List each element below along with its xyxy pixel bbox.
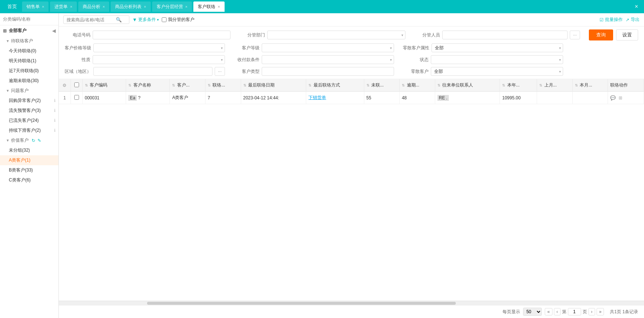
problem-customers-group[interactable]: ▼ 问题客户 [0, 86, 58, 96]
filter-manager-dots-btn[interactable]: ··· [570, 31, 580, 39]
sidebar-item-churn-warning[interactable]: 流失预警客户(3) ℹ [0, 106, 58, 116]
sidebar-item-class-c[interactable]: C类客户(6) [0, 175, 58, 185]
filter-more-btn[interactable]: ▼ 更多条件 ▾ [132, 17, 159, 23]
export-btn[interactable]: ↗ 导出 [626, 17, 640, 23]
edit-icon[interactable]: ✎ [37, 138, 41, 143]
sidebar-item-class-b[interactable]: B类客户(33) [0, 165, 58, 175]
prev-page-btn[interactable]: ‹ [554, 308, 561, 315]
filter-retail-attr-select[interactable]: 全部 [432, 43, 563, 52]
select-all-checkbox[interactable] [74, 82, 79, 87]
chat-icon[interactable]: 💬 [610, 95, 616, 100]
pending-contact-group[interactable]: ▼ 待联络客户 [0, 36, 58, 46]
value-customers-label: 价值客户 [11, 137, 29, 144]
page-input[interactable] [568, 308, 581, 315]
sidebar-item-churned[interactable]: 已流失客户(24) ℹ [0, 116, 58, 126]
filter-dept-select[interactable] [267, 31, 405, 39]
table-row: 1 000031 Ea ? A类客户 7 2023-04- [59, 92, 644, 104]
nav-tab-analysis-list-label: 商品分析列表 [115, 4, 142, 10]
settings-icon[interactable]: ⚙ [62, 83, 67, 88]
sidebar-item-class-a[interactable]: A类客户(1) [0, 155, 58, 165]
sidebar-item-overdue[interactable]: 逾期未联络(30) [0, 76, 58, 86]
row-code: 000031 [82, 92, 126, 104]
main-layout: 🔍 ⊞ 全部客户 ◀ ▼ 待联络客户 今天待联络(0) 明天待联络(1) 近7天… [0, 13, 644, 318]
row-contact-count: 7 [205, 92, 241, 104]
row-unit-contact-value: RE . [437, 95, 449, 101]
page-size-select[interactable]: 10 20 50 100 [523, 308, 542, 316]
row-last-contact-method: 下销货单 [306, 92, 364, 104]
nav-tab-customer-contact-close[interactable]: × [218, 4, 220, 9]
filter-retail-customer-select[interactable]: 全部 [431, 67, 563, 76]
filter-payment-select[interactable] [262, 55, 394, 64]
row-unit-contact: RE . [435, 92, 500, 104]
col-last-month-label: 上月... [544, 82, 557, 88]
last-page-btn[interactable]: » [597, 308, 604, 315]
sidebar-search-input[interactable] [3, 17, 58, 22]
nav-tab-analysis-close[interactable]: × [103, 4, 105, 9]
col-unit-contact: ⇅ 往来单位联系人 [435, 79, 500, 92]
window-close-button[interactable]: × [632, 3, 641, 10]
info-icon-abnormal: ℹ [54, 98, 56, 103]
table-container: ⚙ ⇅ 客户编码 ⇅ 客户名称 [59, 79, 644, 301]
refresh-icon[interactable]: ↻ [32, 138, 35, 143]
nav-tab-sales-close[interactable]: × [42, 4, 44, 9]
my-customers-checkbox[interactable] [162, 17, 167, 22]
next-page-btn[interactable]: › [588, 308, 595, 315]
all-customers-header[interactable]: ⊞ 全部客户 ◀ [0, 25, 58, 36]
qrcode-icon[interactable]: ⊞ [619, 95, 622, 100]
filter-search-icon[interactable]: 🔍 [116, 17, 122, 22]
settings-button[interactable]: 设置 [616, 29, 638, 40]
table-header-row: ⚙ ⇅ 客户编码 ⇅ 客户名称 [59, 79, 644, 92]
filter-more-chevron: ▾ [157, 18, 159, 22]
nav-tab-purchase[interactable]: 进货单 × [50, 1, 76, 12]
nav-tab-customer-tier-close[interactable]: × [185, 4, 187, 9]
sidebar-item-today[interactable]: 今天待联络(0) [0, 46, 58, 56]
my-customers-label: 我分管的客户 [168, 17, 194, 23]
nav-tab-analysis-list[interactable]: 商品分析列表 × [111, 1, 150, 12]
filter-region-dots-btn[interactable]: ··· [215, 67, 225, 76]
filter-customer-type-input[interactable] [262, 67, 394, 76]
nav-tab-sales[interactable]: 销售单 × [22, 1, 49, 12]
filter-region: 区域（地区） ··· [65, 67, 225, 76]
nav-tab-customer-tier[interactable]: 客户分层经营 × [152, 1, 192, 12]
row-checkbox[interactable] [74, 95, 79, 100]
nav-home[interactable]: 首页 [3, 3, 21, 10]
horizontal-scrollbar[interactable] [59, 301, 644, 305]
sidebar-item-declining[interactable]: 持续下滑客户(2) ℹ [0, 126, 58, 135]
row-no-contact: 55 [364, 92, 400, 104]
nav-tab-purchase-close[interactable]: × [70, 4, 72, 9]
filter-search-input[interactable] [67, 17, 114, 22]
filter-region-input[interactable] [93, 67, 212, 76]
batch-action-label: 批量操作 [605, 17, 623, 23]
col-code: ⇅ 客户编码 [82, 79, 126, 92]
filter-nature-select[interactable] [93, 55, 225, 64]
first-page-btn[interactable]: « [545, 308, 552, 315]
value-customers-group[interactable]: ▼ 价值客户 ↻ ✎ [0, 135, 58, 145]
nav-tab-sales-label: 销售单 [26, 4, 40, 10]
filter-bar: 🔍 ▼ 更多条件 ▾ 我分管的客户 ☑ 批量操作 ↗ 导出 [59, 13, 644, 26]
contact-sort-icon: ⇅ [208, 83, 211, 87]
nav-tab-analysis-list-close[interactable]: × [144, 4, 146, 9]
content-area: 🔍 ▼ 更多条件 ▾ 我分管的客户 ☑ 批量操作 ↗ 导出 [59, 13, 644, 318]
batch-action-btn[interactable]: ☑ 批量操作 [600, 17, 623, 23]
sidebar-item-7days[interactable]: 近7天待联络(0) [0, 66, 58, 76]
nav-tab-analysis[interactable]: 商品分析 × [78, 1, 109, 12]
filter-nature-label: 性质 [65, 57, 90, 63]
my-customers-filter[interactable]: 我分管的客户 [162, 17, 194, 23]
filter-customer-grade-select[interactable] [262, 43, 394, 52]
search-button[interactable]: 查询 [589, 29, 613, 40]
sidebar-item-abnormal[interactable]: 回购异常客户(2) ℹ [0, 96, 58, 106]
filter-customer-grade: 客户等级 ▾ [234, 43, 394, 52]
value-arrow: ▼ [6, 138, 10, 142]
page-end-label: 页 [583, 309, 587, 315]
scrollbar-thumb[interactable] [147, 302, 456, 305]
filter-phone-input[interactable] [93, 31, 230, 39]
this-month-sort-icon: ⇅ [575, 83, 578, 87]
filter-status-select[interactable] [431, 55, 563, 64]
filter-manager-input[interactable] [442, 31, 568, 39]
page-label: 第 [562, 309, 566, 315]
sidebar-item-no-group[interactable]: 未分组(32) [0, 145, 58, 155]
row-last-method-link[interactable]: 下销货单 [308, 95, 326, 100]
nav-tab-customer-contact[interactable]: 客户联络 × [193, 1, 224, 12]
filter-price-grade-select[interactable] [93, 43, 225, 52]
sidebar-item-tomorrow[interactable]: 明天待联络(1) [0, 56, 58, 66]
